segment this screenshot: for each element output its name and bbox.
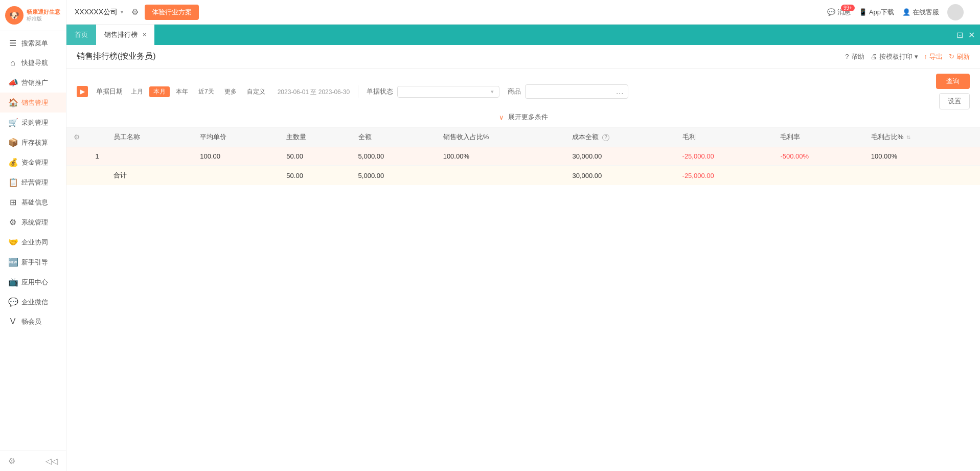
- date-tab-custom[interactable]: 自定义: [243, 86, 269, 97]
- sidebar: 🐶 畅康通好生意 标准版 ☰ 搜索菜单 ⌂ 快捷导航 📣 营销推广 🏠 销售管理…: [0, 0, 66, 471]
- filter-status-label: 单据状态: [367, 87, 393, 96]
- filter-actions: 查询 设置: [936, 74, 970, 109]
- filter-status-arrow: ▾: [491, 88, 494, 95]
- topbar-settings-icon[interactable]: ⚙: [131, 7, 139, 17]
- cooperation-icon: 🤝: [8, 237, 17, 247]
- sidebar-item-cooperation[interactable]: 🤝 企业协同: [0, 232, 66, 252]
- user-avatar[interactable]: [947, 4, 964, 20]
- profit-pct-sort-icon[interactable]: ⇅: [906, 134, 910, 140]
- help-button[interactable]: ? 帮助: [845, 52, 864, 61]
- app-name: 畅康通好生意: [27, 8, 60, 15]
- sidebar-item-wechat[interactable]: 💬 企业微信: [0, 292, 66, 312]
- settings-footer-icon[interactable]: ⚙: [8, 456, 15, 466]
- col-header-avg-price: 平均单价: [194, 127, 280, 147]
- company-name: XXXXXX公司: [75, 8, 118, 17]
- online-service-button[interactable]: 👤 在线客服: [902, 8, 939, 17]
- filter-settings-button[interactable]: 设置: [939, 93, 970, 109]
- sidebar-item-guide[interactable]: 🆕 新手引导: [0, 252, 66, 272]
- sidebar-item-search[interactable]: ☰ 搜索菜单: [0, 33, 66, 53]
- tab-home[interactable]: 首页: [66, 25, 96, 45]
- date-tab-last-month[interactable]: 上月: [127, 86, 147, 97]
- sidebar-item-search-label: 搜索菜单: [21, 39, 48, 48]
- sidebar-item-app-center[interactable]: 📺 应用中心: [0, 272, 66, 292]
- sidebar-item-cooperation-label: 企业协同: [21, 238, 48, 247]
- sidebar-item-operations[interactable]: 📋 经营管理: [0, 172, 66, 192]
- service-label: 在线客服: [913, 8, 939, 17]
- tab-sales-ranking[interactable]: 销售排行榜 ×: [96, 25, 154, 45]
- footer-amount: 5,000.00: [352, 166, 437, 186]
- row-profit-cell: -25,000.00: [676, 147, 774, 166]
- row-rank-cell: 1: [87, 147, 107, 166]
- print-arrow-icon: ▾: [915, 53, 918, 60]
- sidebar-item-purchase-label: 采购管理: [21, 118, 48, 127]
- sidebar-item-marketing[interactable]: 📣 营销推广: [0, 73, 66, 93]
- tab-close-button[interactable]: ✕: [968, 30, 975, 40]
- footer-qty: 50.00: [280, 166, 352, 186]
- sidebar-item-member[interactable]: V 畅会员: [0, 312, 66, 331]
- collapse-icon[interactable]: ◁◁: [45, 456, 58, 466]
- company-selector[interactable]: XXXXXX公司 ▾: [75, 8, 123, 17]
- filter-goods-label: 商品: [508, 87, 521, 96]
- export-button[interactable]: ↑ 导出: [924, 52, 943, 61]
- refresh-icon: ↻: [949, 53, 954, 60]
- message-button[interactable]: 💬 消息 99+: [827, 8, 851, 17]
- footer-profit-rate: [774, 166, 864, 186]
- table-wrapper[interactable]: ⚙ 员工名称 平均单价 主数量 全额 销售收入占比% 成本全额 ?: [66, 127, 980, 471]
- sidebar-item-basic-info[interactable]: ⊞ 基础信息: [0, 192, 66, 212]
- tab-close-icon[interactable]: ×: [143, 31, 146, 38]
- page-content: 销售排行榜(按业务员) ? 帮助 🖨 按模板打印 ▾ ↑ 导出 ↻ 刷新: [66, 45, 980, 471]
- app-download-icon: 📱: [859, 8, 867, 16]
- purchase-icon: 🛒: [8, 118, 17, 127]
- sidebar-item-inventory[interactable]: 📦 库存核算: [0, 132, 66, 152]
- marketing-icon: 📣: [8, 78, 17, 87]
- filter-goods-input[interactable]: [530, 88, 616, 96]
- system-icon: ⚙: [8, 217, 17, 227]
- sidebar-item-basic-label: 基础信息: [21, 198, 48, 207]
- sidebar-item-quick-nav[interactable]: ⌂ 快捷导航: [0, 53, 66, 73]
- sidebar-item-finance[interactable]: 💰 资金管理: [0, 152, 66, 172]
- filter-toggle-icon[interactable]: ▶: [77, 86, 88, 97]
- sidebar-footer: ⚙ ◁◁: [0, 451, 66, 471]
- sidebar-item-guide-label: 新手引导: [21, 258, 48, 267]
- table-footer-row: 合计 50.00 5,000.00 30,000.00 -25,000.00: [66, 166, 980, 186]
- col-header-qty: 主数量: [280, 127, 352, 147]
- footer-profit-pct: [865, 166, 980, 186]
- data-table: ⚙ 员工名称 平均单价 主数量 全额 销售收入占比% 成本全额 ?: [66, 127, 980, 185]
- date-range-display: 2023-06-01 至 2023-06-30: [278, 88, 350, 97]
- wechat-icon: 💬: [8, 297, 17, 307]
- filter-goods-item: 商品 …: [508, 84, 628, 99]
- date-tab-7days[interactable]: 近7天: [194, 86, 218, 97]
- footer-avg-price: [194, 166, 280, 186]
- member-icon: V: [8, 317, 17, 326]
- sidebar-item-purchase[interactable]: 🛒 采购管理: [0, 113, 66, 132]
- page-title: 销售排行榜(按业务员): [77, 51, 156, 62]
- row-profit-pct-cell: 100.00%: [865, 147, 980, 166]
- col-gear-icon[interactable]: ⚙: [74, 133, 80, 141]
- refresh-button[interactable]: ↻ 刷新: [949, 52, 970, 61]
- date-tab-more[interactable]: 更多: [220, 86, 241, 97]
- basic-info-icon: ⊞: [8, 197, 17, 207]
- search-menu-icon: ☰: [8, 38, 17, 48]
- footer-empty-1: [66, 166, 87, 186]
- experience-button[interactable]: 体验行业方案: [145, 5, 199, 20]
- sidebar-item-system[interactable]: ⚙ 系统管理: [0, 212, 66, 232]
- filter-status-select[interactable]: ▾: [397, 86, 499, 98]
- guide-icon: 🆕: [8, 257, 17, 267]
- print-button[interactable]: 🖨 按模板打印 ▾: [871, 52, 918, 61]
- app-download-button[interactable]: 📱 App下载: [859, 8, 894, 17]
- tab-restore-button[interactable]: ⊡: [956, 30, 963, 40]
- sidebar-item-sales[interactable]: 🏠 销售管理: [0, 93, 66, 113]
- footer-cost: 30,000.00: [566, 166, 676, 186]
- expand-more-button[interactable]: ∨ 展开更多条件: [499, 113, 548, 122]
- query-button[interactable]: 查询: [936, 74, 970, 89]
- tab-right-actions: ⊡ ✕: [956, 30, 980, 40]
- filter-goods-more-icon[interactable]: …: [616, 87, 624, 96]
- page-header: 销售排行榜(按业务员) ? 帮助 🖨 按模板打印 ▾ ↑ 导出 ↻ 刷新: [66, 45, 980, 69]
- date-tab-current-year[interactable]: 本年: [172, 86, 192, 97]
- date-tab-current-month[interactable]: 本月: [149, 86, 170, 97]
- cost-info-icon[interactable]: ?: [602, 134, 609, 141]
- service-icon: 👤: [902, 8, 910, 16]
- col-header-sales-pct: 销售收入占比%: [437, 127, 566, 147]
- app-logo-icon: 🐶: [5, 6, 24, 25]
- table-row: 1 100.00 50.00 5,000.00 100.00% 30,000.0…: [66, 147, 980, 166]
